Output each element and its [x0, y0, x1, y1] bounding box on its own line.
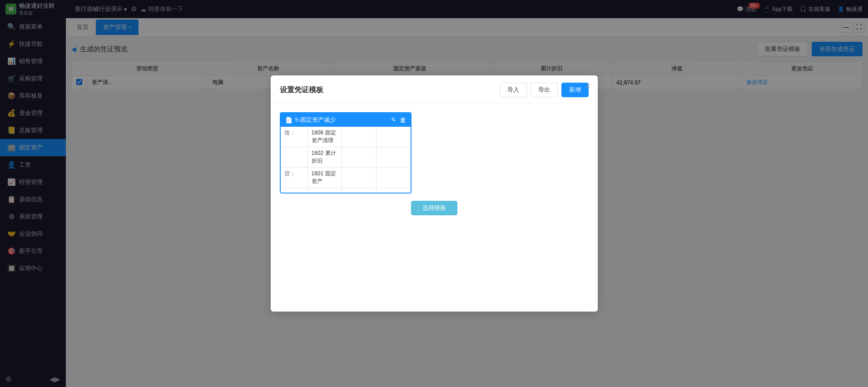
entry-code-2: 1601 固定资产: [308, 168, 342, 188]
template-entry-row-0: 借： 1606 固定资产清理: [281, 127, 411, 147]
template-card-header-left: 📄 5-固定资产减少: [285, 116, 336, 124]
entry-debit-2: [342, 168, 377, 188]
template-edit-icon[interactable]: ✎: [391, 116, 396, 124]
entry-side-0: 借：: [281, 127, 308, 147]
modal-header-actions: 导入 导出 新增: [500, 83, 589, 97]
entry-credit-0: [377, 127, 411, 147]
modal-title: 设置凭证模板: [280, 85, 323, 95]
template-delete-icon[interactable]: 🗑: [400, 116, 406, 124]
modal-close-btn[interactable]: ×: [585, 82, 590, 91]
entry-debit-1: [342, 147, 377, 167]
entry-code-0: 1606 固定资产清理: [308, 127, 342, 147]
entry-side-3: [281, 188, 308, 193]
new-btn[interactable]: 新增: [561, 83, 589, 97]
modal-overlay[interactable]: 设置凭证模板 导入 导出 新增 × 📄 5-固定资产减少 ✎ 🗑: [0, 0, 868, 387]
template-entry-row-1: 1602 累计折旧: [281, 147, 411, 168]
entry-side-1: [281, 147, 308, 167]
select-template-btn[interactable]: 选择模板: [411, 201, 457, 215]
entry-code-1: 1602 累计折旧: [308, 147, 342, 167]
template-entry-row-3: [281, 188, 411, 193]
modal-dialog: 设置凭证模板 导入 导出 新增 × 📄 5-固定资产减少 ✎ 🗑: [271, 75, 598, 312]
import-btn[interactable]: 导入: [500, 83, 527, 97]
template-card-header-actions: ✎ 🗑: [391, 116, 406, 124]
template-card-header: 📄 5-固定资产减少 ✎ 🗑: [281, 113, 411, 127]
entry-credit-2: [377, 168, 411, 188]
entry-debit-0: [342, 127, 377, 147]
entry-side-2: 贷：: [281, 168, 308, 188]
template-doc-icon: 📄: [285, 117, 293, 124]
template-name: 5-固定资产减少: [295, 116, 336, 124]
entry-credit-3: [377, 188, 411, 193]
select-template-container: 选择模板: [280, 201, 589, 215]
entry-credit-1: [377, 147, 411, 167]
export-btn[interactable]: 导出: [531, 83, 558, 97]
modal-body: 📄 5-固定资产减少 ✎ 🗑 借： 1606 固定资产清理: [271, 103, 598, 312]
entry-debit-3: [342, 188, 377, 193]
template-entry-row-2: 贷： 1601 固定资产: [281, 168, 411, 188]
template-card-body: 借： 1606 固定资产清理 1602 累计折旧 贷： 1601 固定资产: [281, 127, 411, 193]
modal-header: 设置凭证模板 导入 导出 新增 ×: [271, 75, 598, 103]
entry-code-3: [308, 188, 342, 193]
template-card: 📄 5-固定资产减少 ✎ 🗑 借： 1606 固定资产清理: [280, 112, 412, 194]
